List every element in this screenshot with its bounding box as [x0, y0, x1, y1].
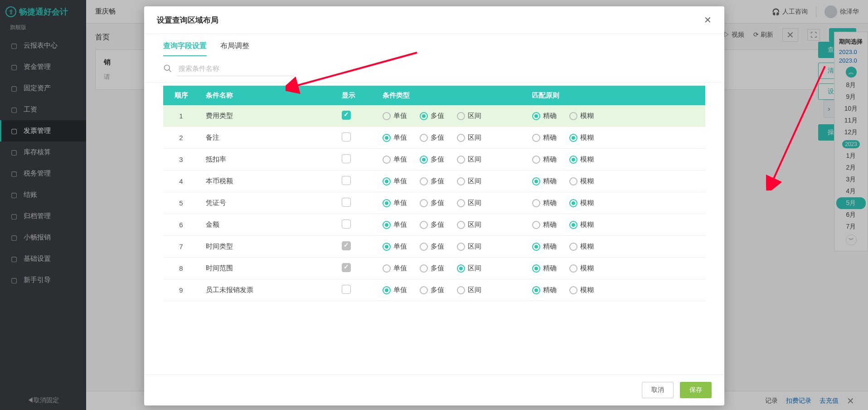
match-radio[interactable]: 模糊: [569, 112, 594, 120]
cond-radio[interactable]: 区间: [457, 264, 481, 273]
cond-radio[interactable]: 区间: [457, 199, 481, 207]
cond-radio[interactable]: 单值: [383, 112, 407, 120]
match-radio[interactable]: 精确: [532, 220, 557, 229]
match-radio[interactable]: 模糊: [569, 133, 594, 142]
radio-label: 单值: [393, 286, 407, 294]
row-name: 员工未报销发票: [199, 279, 335, 301]
radio-label: 多值: [431, 155, 444, 164]
radio-label: 模糊: [580, 155, 594, 164]
radio-label: 区间: [468, 112, 481, 120]
radio-label: 精确: [543, 112, 557, 120]
save-button[interactable]: 保存: [680, 382, 712, 398]
table-row: 7时间类型单值多值区间精确模糊: [163, 236, 705, 258]
cond-radio[interactable]: 单值: [383, 177, 407, 185]
match-radio[interactable]: 模糊: [569, 155, 594, 164]
cond-radio[interactable]: 多值: [420, 264, 444, 273]
show-checkbox[interactable]: [342, 154, 351, 163]
show-checkbox[interactable]: [342, 111, 351, 120]
radio-icon: [420, 221, 428, 229]
match-radio[interactable]: 精确: [532, 242, 557, 251]
radio-icon: [383, 177, 391, 185]
radio-label: 模糊: [580, 264, 594, 273]
match-radio[interactable]: 精确: [532, 155, 557, 164]
radio-icon: [383, 221, 391, 229]
match-radio[interactable]: 模糊: [569, 220, 594, 229]
cancel-button[interactable]: 取消: [642, 382, 674, 398]
radio-label: 精确: [543, 242, 557, 251]
radio-icon: [569, 156, 577, 164]
radio-label: 单值: [393, 133, 407, 142]
match-radio[interactable]: 模糊: [569, 177, 594, 185]
show-checkbox[interactable]: [342, 132, 351, 142]
cond-radio[interactable]: 单值: [383, 286, 407, 294]
cond-radio[interactable]: 多值: [420, 112, 444, 120]
match-radio[interactable]: 精确: [532, 112, 557, 120]
radio-label: 多值: [431, 133, 444, 142]
match-radio[interactable]: 模糊: [569, 264, 594, 273]
annotation-arrow-2: [766, 63, 829, 190]
radio-label: 单值: [393, 264, 407, 273]
table-row: 3抵扣率单值多值区间精确模糊: [163, 149, 705, 171]
cond-radio[interactable]: 多值: [420, 242, 444, 251]
cond-radio[interactable]: 区间: [457, 112, 481, 120]
match-radio[interactable]: 精确: [532, 177, 557, 185]
radio-icon: [420, 199, 428, 207]
col-match: 匹配原则: [526, 86, 705, 105]
table-row: 6金额单值多值区间精确模糊: [163, 214, 705, 236]
match-radio[interactable]: 模糊: [569, 242, 594, 251]
cond-radio[interactable]: 单值: [383, 242, 407, 251]
show-checkbox[interactable]: [342, 220, 351, 229]
modal-tab-fields[interactable]: 查询字段设置: [163, 41, 207, 56]
cond-radio[interactable]: 区间: [457, 286, 481, 294]
modal-tab-layout[interactable]: 布局调整: [220, 41, 249, 56]
radio-icon: [532, 112, 540, 120]
cond-radio[interactable]: 区间: [457, 220, 481, 229]
svg-point-0: [164, 65, 170, 71]
row-name: 金额: [199, 214, 335, 236]
match-radio[interactable]: 模糊: [569, 286, 594, 294]
show-checkbox[interactable]: [342, 285, 351, 294]
radio-icon: [457, 221, 465, 229]
row-order: 7: [163, 236, 199, 258]
cond-radio[interactable]: 区间: [457, 133, 481, 142]
radio-label: 模糊: [580, 220, 594, 229]
radio-icon: [532, 177, 540, 185]
show-checkbox[interactable]: [342, 198, 351, 207]
cond-radio[interactable]: 单值: [383, 220, 407, 229]
cond-radio[interactable]: 多值: [420, 155, 444, 164]
show-checkbox: [342, 241, 351, 250]
cond-radio[interactable]: 区间: [457, 155, 481, 164]
match-radio[interactable]: 精确: [532, 264, 557, 273]
show-checkbox[interactable]: [342, 176, 351, 185]
cond-radio[interactable]: 区间: [457, 177, 481, 185]
cond-radio[interactable]: 单值: [383, 264, 407, 273]
table-row: 1费用类型单值多值区间精确模糊: [163, 105, 705, 127]
match-radio[interactable]: 精确: [532, 133, 557, 142]
radio-label: 区间: [468, 264, 481, 273]
cond-radio[interactable]: 多值: [420, 286, 444, 294]
radio-icon: [383, 243, 391, 251]
radio-label: 多值: [431, 242, 444, 251]
radio-label: 区间: [468, 133, 481, 142]
radio-label: 多值: [431, 112, 444, 120]
modal-close-icon[interactable]: ✕: [704, 15, 712, 25]
match-radio[interactable]: 精确: [532, 199, 557, 207]
cond-radio[interactable]: 多值: [420, 177, 444, 185]
radio-icon: [569, 243, 577, 251]
radio-label: 单值: [393, 155, 407, 164]
cond-radio[interactable]: 单值: [383, 199, 407, 207]
cond-radio[interactable]: 多值: [420, 133, 444, 142]
radio-label: 多值: [431, 199, 444, 207]
radio-label: 精确: [543, 286, 557, 294]
search-input[interactable]: [177, 61, 295, 76]
match-radio[interactable]: 精确: [532, 286, 557, 294]
radio-label: 模糊: [580, 112, 594, 120]
cond-radio[interactable]: 单值: [383, 155, 407, 164]
cond-radio[interactable]: 区间: [457, 242, 481, 251]
match-radio[interactable]: 模糊: [569, 199, 594, 207]
cond-radio[interactable]: 多值: [420, 199, 444, 207]
row-order: 9: [163, 279, 199, 301]
cond-radio[interactable]: 单值: [383, 133, 407, 142]
cond-radio[interactable]: 多值: [420, 220, 444, 229]
radio-icon: [457, 286, 465, 294]
